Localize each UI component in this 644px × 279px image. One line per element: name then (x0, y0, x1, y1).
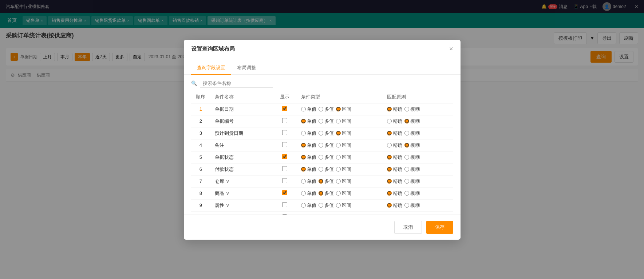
type-radio-type_range[interactable] (336, 119, 341, 123)
type-radio-label[interactable]: 多值 (319, 130, 334, 137)
match-radio-label[interactable]: 模糊 (404, 130, 420, 137)
type-radio-type_multi[interactable] (319, 131, 323, 135)
display-checkbox[interactable] (282, 118, 287, 123)
type-radio-label[interactable]: 单值 (301, 190, 316, 197)
type-radio-type_range[interactable] (336, 167, 341, 172)
type-radio-label[interactable]: 单值 (301, 154, 316, 161)
modal-close-button[interactable]: × (449, 46, 453, 52)
type-radio-type_multi[interactable] (319, 179, 323, 184)
type-radio-type_single[interactable] (301, 191, 306, 196)
match-radio-match_fuzzy[interactable] (404, 131, 409, 135)
match-radio-label[interactable]: 模糊 (404, 166, 420, 173)
type-radio-type_single[interactable] (301, 167, 306, 172)
match-radio-label[interactable]: 精确 (387, 190, 402, 197)
type-radio-type_multi[interactable] (319, 167, 323, 172)
type-radio-label[interactable]: 多值 (319, 118, 334, 125)
type-radio-type_single[interactable] (301, 143, 306, 148)
match-radio-match_exact[interactable] (387, 179, 392, 184)
match-radio-match_fuzzy[interactable] (404, 155, 409, 160)
type-radio-label[interactable]: 区间 (336, 142, 351, 149)
display-checkbox[interactable] (282, 190, 287, 195)
type-radio-label[interactable]: 区间 (336, 166, 351, 173)
type-radio-type_single[interactable] (301, 179, 306, 184)
type-radio-type_range[interactable] (336, 179, 341, 184)
type-radio-label[interactable]: 区间 (336, 106, 351, 113)
type-radio-type_multi[interactable] (319, 203, 323, 208)
type-radio-type_range[interactable] (336, 203, 341, 208)
match-radio-label[interactable]: 精确 (387, 142, 402, 149)
match-radio-label[interactable]: 精确 (387, 166, 402, 173)
save-button[interactable]: 保存 (426, 221, 453, 234)
type-radio-label[interactable]: 单值 (301, 118, 316, 125)
type-radio-label[interactable]: 单值 (301, 166, 316, 173)
type-radio-label[interactable]: 多值 (319, 106, 334, 113)
match-radio-label[interactable]: 精确 (387, 178, 402, 185)
display-checkbox[interactable] (282, 142, 287, 147)
type-radio-type_multi[interactable] (319, 155, 323, 160)
type-radio-label[interactable]: 单值 (301, 202, 316, 209)
type-radio-type_multi[interactable] (319, 191, 323, 196)
match-radio-match_exact[interactable] (387, 203, 392, 208)
match-radio-label[interactable]: 精确 (387, 106, 402, 113)
type-radio-type_multi[interactable] (319, 107, 323, 111)
match-radio-match_exact[interactable] (387, 107, 392, 111)
type-radio-label[interactable]: 单值 (301, 142, 316, 149)
match-radio-label[interactable]: 模糊 (404, 118, 420, 125)
match-radio-label[interactable]: 精确 (387, 118, 402, 125)
match-radio-label[interactable]: 模糊 (404, 178, 420, 185)
match-radio-match_fuzzy[interactable] (404, 107, 409, 111)
display-checkbox[interactable] (282, 178, 287, 183)
display-checkbox[interactable] (282, 202, 287, 207)
modal-tab-fields[interactable]: 查询字段设置 (191, 62, 231, 75)
match-radio-label[interactable]: 精确 (387, 202, 402, 209)
match-radio-match_exact[interactable] (387, 143, 392, 148)
search-input[interactable] (200, 79, 273, 88)
display-checkbox[interactable] (282, 154, 287, 159)
type-radio-label[interactable]: 区间 (336, 190, 351, 197)
match-radio-match_exact[interactable] (387, 131, 392, 135)
type-radio-type_single[interactable] (301, 203, 306, 208)
type-radio-type_multi[interactable] (319, 143, 323, 148)
match-radio-match_exact[interactable] (387, 155, 392, 160)
type-radio-type_single[interactable] (301, 107, 306, 111)
match-radio-match_exact[interactable] (387, 119, 392, 123)
display-checkbox[interactable] (282, 106, 287, 111)
match-radio-match_exact[interactable] (387, 191, 392, 196)
match-radio-label[interactable]: 模糊 (404, 202, 420, 209)
type-radio-label[interactable]: 多值 (319, 142, 334, 149)
match-radio-label[interactable]: 模糊 (404, 154, 420, 161)
type-radio-label[interactable]: 区间 (336, 130, 351, 137)
match-radio-label[interactable]: 模糊 (404, 190, 420, 197)
match-radio-label[interactable]: 精确 (387, 130, 402, 137)
type-radio-type_range[interactable] (336, 191, 341, 196)
display-checkbox[interactable] (282, 166, 287, 171)
match-radio-match_fuzzy[interactable] (404, 179, 409, 184)
type-radio-label[interactable]: 区间 (336, 118, 351, 125)
type-radio-label[interactable]: 多值 (319, 166, 334, 173)
cancel-button[interactable]: 取消 (394, 221, 422, 234)
type-radio-type_multi[interactable] (319, 119, 323, 123)
type-radio-type_range[interactable] (336, 155, 341, 160)
type-radio-label[interactable]: 区间 (336, 178, 351, 185)
type-radio-type_single[interactable] (301, 119, 306, 123)
type-radio-label[interactable]: 区间 (336, 202, 351, 209)
modal-tab-layout[interactable]: 布局调整 (231, 62, 262, 75)
match-radio-match_fuzzy[interactable] (404, 167, 409, 172)
type-radio-type_single[interactable] (301, 131, 306, 135)
type-radio-label[interactable]: 单值 (301, 178, 316, 185)
type-radio-label[interactable]: 单值 (301, 130, 316, 137)
display-checkbox[interactable] (282, 130, 287, 135)
match-radio-label[interactable]: 模糊 (404, 142, 420, 149)
type-radio-label[interactable]: 区间 (336, 154, 351, 161)
match-radio-match_fuzzy[interactable] (404, 191, 409, 196)
type-radio-label[interactable]: 多值 (319, 190, 334, 197)
match-radio-match_fuzzy[interactable] (404, 143, 409, 148)
match-radio-match_exact[interactable] (387, 167, 392, 172)
type-radio-label[interactable]: 多值 (319, 178, 334, 185)
match-radio-match_fuzzy[interactable] (404, 203, 409, 208)
match-radio-label[interactable]: 模糊 (404, 106, 420, 113)
type-radio-type_range[interactable] (336, 107, 341, 111)
match-radio-label[interactable]: 精确 (387, 154, 402, 161)
type-radio-type_single[interactable] (301, 155, 306, 160)
type-radio-label[interactable]: 单值 (301, 106, 316, 113)
